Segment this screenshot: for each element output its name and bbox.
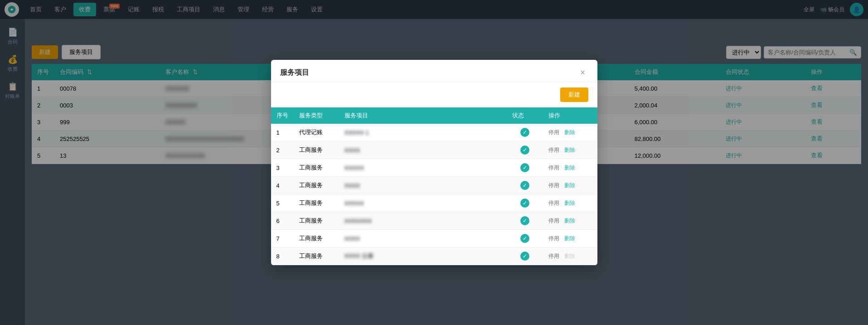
delete-button[interactable]: 删除 [564, 218, 575, 224]
modal-cell-action: 停用 删除 [543, 194, 597, 212]
status-check-icon: ✓ [520, 128, 529, 137]
modal-cell-status: ✓ [507, 247, 543, 265]
modal-cell-status: ✓ [507, 141, 543, 159]
service-modal: 服务项目 × 新建 序号 服务类型 服务项目 状态 操作 [271, 60, 597, 265]
delete-button[interactable]: 删除 [564, 147, 575, 153]
modal-table-row: 5 工商服务 XXXXX ✓ 停用 删除 [271, 194, 597, 212]
modal-cell-status: ✓ [507, 194, 543, 212]
modal-header: 服务项目 × [271, 60, 597, 82]
modal-table-row: 8 工商服务 XXXX 注册 ✓ 停用 删除 [271, 247, 597, 265]
modal-cell-action: 停用 删除 [543, 177, 597, 194]
modal-cell-item: XXXXX [339, 194, 507, 212]
modal-cell-type: 工商服务 [294, 247, 339, 265]
modal-toolbar: 新建 [271, 82, 597, 107]
modal-cell-item: XXXX 注册 [339, 247, 507, 265]
modal-cell-item: XXXXX 1 [339, 124, 507, 141]
modal-cell-action: 停用 删除 [543, 141, 597, 159]
modal-cell-seq: 5 [271, 194, 294, 212]
stop-button[interactable]: 停用 [548, 253, 559, 259]
modal-body: 序号 服务类型 服务项目 状态 操作 1 代理记账 XXXXX 1 ✓ 停用 删… [271, 107, 597, 265]
modal-col-seq: 序号 [271, 107, 294, 124]
modal-close-button[interactable]: × [577, 67, 588, 78]
modal-cell-type: 工商服务 [294, 141, 339, 159]
modal-cell-action: 停用 删除 [543, 212, 597, 230]
modal-cell-status: ✓ [507, 159, 543, 177]
delete-button[interactable]: 删除 [564, 235, 575, 242]
stop-button[interactable]: 停用 [548, 200, 559, 206]
modal-cell-type: 工商服务 [294, 177, 339, 194]
stop-button[interactable]: 停用 [548, 235, 559, 242]
delete-button[interactable]: 删除 [564, 182, 575, 189]
modal-cell-action: 停用 删除 [543, 247, 597, 265]
status-check-icon: ✓ [520, 199, 529, 208]
modal-table-row: 1 代理记账 XXXXX 1 ✓ 停用 删除 [271, 124, 597, 141]
modal-col-item: 服务项目 [339, 107, 507, 124]
modal-cell-seq: 8 [271, 247, 294, 265]
modal-cell-type: 工商服务 [294, 194, 339, 212]
modal-cell-type: 工商服务 [294, 212, 339, 230]
modal-table: 序号 服务类型 服务项目 状态 操作 1 代理记账 XXXXX 1 ✓ 停用 删… [271, 107, 597, 265]
stop-button[interactable]: 停用 [548, 129, 559, 136]
status-check-icon: ✓ [520, 216, 529, 225]
modal-cell-item: XXXXX [339, 159, 507, 177]
modal-cell-status: ✓ [507, 230, 543, 247]
modal-cell-action: 停用 删除 [543, 124, 597, 141]
modal-cell-status: ✓ [507, 177, 543, 194]
modal-cell-seq: 2 [271, 141, 294, 159]
status-check-icon: ✓ [520, 234, 529, 243]
delete-button[interactable]: 删除 [564, 165, 575, 171]
modal-cell-action: 停用 删除 [543, 230, 597, 247]
modal-col-type: 服务类型 [294, 107, 339, 124]
modal-table-row: 4 工商服务 XXXX ✓ 停用 删除 [271, 177, 597, 194]
stop-button[interactable]: 停用 [548, 182, 559, 189]
modal-table-row: 3 工商服务 XXXXX ✓ 停用 删除 [271, 159, 597, 177]
modal-cell-seq: 1 [271, 124, 294, 141]
status-check-icon: ✓ [520, 146, 529, 155]
stop-button[interactable]: 停用 [548, 165, 559, 171]
delete-button: 删除 [564, 253, 575, 259]
modal-cell-seq: 6 [271, 212, 294, 230]
modal-cell-item: XXXXXXX [339, 212, 507, 230]
modal-new-button[interactable]: 新建 [560, 87, 588, 102]
modal-cell-seq: 3 [271, 159, 294, 177]
modal-cell-item: XXXX [339, 141, 507, 159]
modal-cell-seq: 7 [271, 230, 294, 247]
modal-cell-type: 工商服务 [294, 159, 339, 177]
delete-button[interactable]: 删除 [564, 200, 575, 206]
modal-table-row: 6 工商服务 XXXXXXX ✓ 停用 删除 [271, 212, 597, 230]
modal-scroll-area[interactable]: 序号 服务类型 服务项目 状态 操作 1 代理记账 XXXXX 1 ✓ 停用 删… [271, 107, 597, 265]
modal-col-action: 操作 [543, 107, 597, 124]
modal-cell-status: ✓ [507, 212, 543, 230]
stop-button[interactable]: 停用 [548, 147, 559, 153]
modal-overlay[interactable]: 服务项目 × 新建 序号 服务类型 服务项目 状态 操作 [0, 0, 868, 325]
delete-button[interactable]: 删除 [564, 129, 575, 136]
modal-cell-item: XXXX [339, 230, 507, 247]
status-check-icon: ✓ [520, 252, 529, 261]
modal-cell-action: 停用 删除 [543, 159, 597, 177]
modal-table-row: 2 工商服务 XXXX ✓ 停用 删除 [271, 141, 597, 159]
modal-col-status: 状态 [507, 107, 543, 124]
modal-table-row: 7 工商服务 XXXX ✓ 停用 删除 [271, 230, 597, 247]
status-check-icon: ✓ [520, 163, 529, 172]
modal-cell-item: XXXX [339, 177, 507, 194]
modal-cell-type: 工商服务 [294, 230, 339, 247]
status-check-icon: ✓ [520, 181, 529, 190]
modal-cell-status: ✓ [507, 124, 543, 141]
modal-title: 服务项目 [280, 68, 309, 78]
modal-cell-type: 代理记账 [294, 124, 339, 141]
stop-button[interactable]: 停用 [548, 218, 559, 224]
modal-cell-seq: 4 [271, 177, 294, 194]
